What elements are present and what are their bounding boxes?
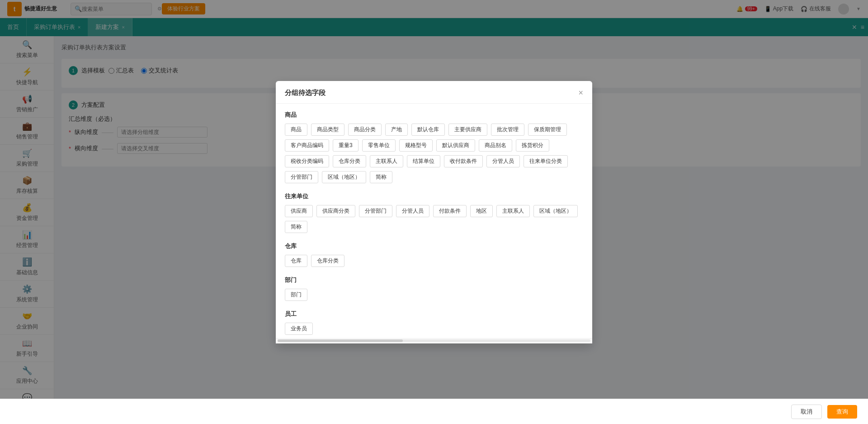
horizontal-scrollbar[interactable] bbox=[278, 339, 590, 342]
field-section-4: 员工业务员 bbox=[285, 310, 583, 335]
field-tag-0-5[interactable]: 主要供应商 bbox=[448, 124, 487, 136]
field-tag-0-7[interactable]: 保质期管理 bbox=[528, 124, 567, 136]
field-section-0: 商品商品商品类型商品分类产地默认仓库主要供应商批次管理保质期管理客户商品编码重量… bbox=[285, 111, 583, 183]
field-section-1: 往来单位供应商供应商分类分管部门分管人员付款条件地区主联系人区域（地区）简称 bbox=[285, 192, 583, 233]
field-tag-0-18[interactable]: 结算单位 bbox=[407, 155, 440, 167]
confirm-button[interactable]: 查询 bbox=[827, 405, 857, 419]
field-tag-0-9[interactable]: 重量3 bbox=[333, 139, 359, 152]
field-tag-0-14[interactable]: 拣货积分 bbox=[516, 139, 549, 152]
field-tag-0-8[interactable]: 客户商品编码 bbox=[285, 139, 329, 152]
section-title-1: 往来单位 bbox=[285, 192, 583, 200]
field-tag-0-11[interactable]: 规格型号 bbox=[399, 139, 433, 152]
field-tag-3-0[interactable]: 部门 bbox=[285, 289, 307, 301]
modal-overlay: 分组待选字段 × 商品商品商品类型商品分类产地默认仓库主要供应商批次管理保质期管… bbox=[0, 0, 868, 424]
modal-header: 分组待选字段 × bbox=[276, 81, 592, 104]
modal-body: 商品商品商品类型商品分类产地默认仓库主要供应商批次管理保质期管理客户商品编码重量… bbox=[276, 104, 592, 338]
field-tag-0-24[interactable]: 简称 bbox=[370, 171, 392, 183]
field-tag-0-21[interactable]: 往来单位分类 bbox=[524, 155, 568, 167]
field-tag-0-12[interactable]: 默认供应商 bbox=[436, 139, 475, 152]
field-tag-1-0[interactable]: 供应商 bbox=[285, 205, 313, 217]
field-tag-0-15[interactable]: 税收分类编码 bbox=[285, 155, 329, 167]
field-tag-0-10[interactable]: 零售单位 bbox=[362, 139, 396, 152]
field-tags-0: 商品商品类型商品分类产地默认仓库主要供应商批次管理保质期管理客户商品编码重量3零… bbox=[285, 124, 583, 183]
field-tag-1-7[interactable]: 区域（地区） bbox=[533, 205, 578, 217]
field-tag-0-2[interactable]: 商品分类 bbox=[348, 124, 382, 136]
field-tag-0-20[interactable]: 分管人员 bbox=[486, 155, 520, 167]
field-tag-1-1[interactable]: 供应商分类 bbox=[316, 205, 355, 217]
field-section-3: 部门部门 bbox=[285, 276, 583, 301]
cancel-button[interactable]: 取消 bbox=[791, 405, 822, 419]
field-tag-0-6[interactable]: 批次管理 bbox=[491, 124, 524, 136]
field-tag-0-22[interactable]: 分管部门 bbox=[285, 171, 318, 183]
field-tag-1-8[interactable]: 简称 bbox=[285, 221, 307, 233]
field-tags-3: 部门 bbox=[285, 289, 583, 301]
field-tags-2: 仓库仓库分类 bbox=[285, 255, 583, 267]
field-tag-0-3[interactable]: 产地 bbox=[385, 124, 408, 136]
bottom-actions: 取消 查询 bbox=[0, 399, 868, 424]
section-title-2: 仓库 bbox=[285, 242, 583, 250]
field-tag-2-1[interactable]: 仓库分类 bbox=[311, 255, 344, 267]
field-tag-2-0[interactable]: 仓库 bbox=[285, 255, 307, 267]
field-section-2: 仓库仓库仓库分类 bbox=[285, 242, 583, 267]
field-tag-1-6[interactable]: 主联系人 bbox=[496, 205, 530, 217]
field-select-modal: 分组待选字段 × 商品商品商品类型商品分类产地默认仓库主要供应商批次管理保质期管… bbox=[276, 81, 592, 343]
field-tags-4: 业务员 bbox=[285, 323, 583, 335]
field-tag-0-16[interactable]: 仓库分类 bbox=[333, 155, 366, 167]
modal-title: 分组待选字段 bbox=[285, 89, 326, 97]
scrollbar-thumb bbox=[278, 339, 403, 342]
field-tag-0-13[interactable]: 商品别名 bbox=[479, 139, 512, 152]
section-title-4: 员工 bbox=[285, 310, 583, 318]
field-tag-0-4[interactable]: 默认仓库 bbox=[411, 124, 445, 136]
field-tag-1-2[interactable]: 分管部门 bbox=[359, 205, 392, 217]
section-title-0: 商品 bbox=[285, 111, 583, 119]
field-tag-0-17[interactable]: 主联系人 bbox=[370, 155, 403, 167]
field-tag-4-0[interactable]: 业务员 bbox=[285, 323, 313, 335]
field-tag-0-23[interactable]: 区域（地区） bbox=[322, 171, 366, 183]
field-tag-0-0[interactable]: 商品 bbox=[285, 124, 307, 136]
field-tag-0-1[interactable]: 商品类型 bbox=[311, 124, 344, 136]
field-tag-1-4[interactable]: 付款条件 bbox=[433, 205, 467, 217]
section-title-3: 部门 bbox=[285, 276, 583, 284]
field-tag-1-5[interactable]: 地区 bbox=[470, 205, 493, 217]
modal-close-icon[interactable]: × bbox=[578, 88, 583, 98]
field-tags-1: 供应商供应商分类分管部门分管人员付款条件地区主联系人区域（地区）简称 bbox=[285, 205, 583, 233]
modal-footer-scrollbar[interactable] bbox=[276, 338, 592, 343]
field-tag-0-19[interactable]: 收付款条件 bbox=[444, 155, 483, 167]
field-tag-1-3[interactable]: 分管人员 bbox=[396, 205, 429, 217]
